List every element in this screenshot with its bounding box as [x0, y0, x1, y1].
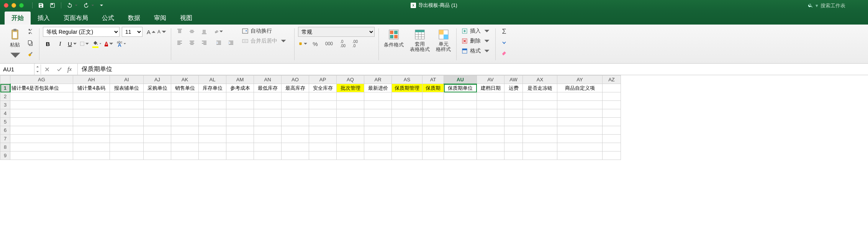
cell[interactable]	[557, 151, 603, 160]
cell[interactable]	[523, 143, 557, 151]
cell[interactable]	[444, 92, 477, 101]
orientation-button[interactable]: ab	[214, 27, 224, 36]
decrease-font-button[interactable]: A	[157, 27, 167, 36]
row-header[interactable]: 4	[0, 109, 10, 118]
cell[interactable]	[144, 109, 171, 118]
format-painter-button[interactable]	[25, 50, 35, 59]
borders-button[interactable]	[80, 39, 90, 48]
cell[interactable]	[504, 101, 523, 109]
font-name-select[interactable]: 等线 Regular (正文)	[43, 27, 120, 37]
cell[interactable]	[444, 151, 477, 160]
cell[interactable]: 安全库存	[309, 84, 337, 92]
cell[interactable]	[171, 109, 199, 118]
cell[interactable]	[144, 101, 171, 109]
cell[interactable]	[603, 126, 621, 135]
cell[interactable]	[423, 151, 444, 160]
insert-function-button[interactable]: fx	[66, 64, 78, 75]
cell[interactable]	[144, 92, 171, 101]
tab-data[interactable]: 数据	[121, 12, 147, 25]
cell[interactable]	[73, 118, 110, 126]
cell[interactable]	[603, 101, 621, 109]
column-header[interactable]: AP	[309, 76, 337, 84]
cell[interactable]	[171, 101, 199, 109]
cell[interactable]	[10, 151, 73, 160]
cell[interactable]	[477, 101, 504, 109]
row-header[interactable]: 1	[0, 84, 10, 92]
align-bottom-button[interactable]	[199, 27, 209, 36]
undo-button[interactable]	[67, 2, 78, 8]
cell[interactable]	[144, 151, 171, 160]
cell[interactable]	[392, 92, 423, 101]
cell[interactable]	[557, 92, 603, 101]
close-window[interactable]	[4, 3, 8, 8]
cell[interactable]	[603, 151, 621, 160]
cell[interactable]	[423, 118, 444, 126]
cell[interactable]	[171, 92, 199, 101]
cell[interactable]	[444, 101, 477, 109]
cell[interactable]	[309, 126, 337, 135]
cell[interactable]	[199, 92, 226, 101]
cell[interactable]	[337, 109, 364, 118]
cell[interactable]	[557, 101, 603, 109]
cell[interactable]	[10, 101, 73, 109]
column-header[interactable]: AR	[364, 76, 392, 84]
cell[interactable]	[423, 135, 444, 143]
tab-formulas[interactable]: 公式	[95, 12, 121, 25]
cell[interactable]	[171, 143, 199, 151]
column-header[interactable]: AV	[477, 76, 504, 84]
bold-button[interactable]: B	[43, 39, 53, 48]
conditional-format-button[interactable]: 条件格式	[382, 27, 405, 52]
cell[interactable]	[10, 126, 73, 135]
cell[interactable]	[504, 118, 523, 126]
row-header[interactable]: 3	[0, 101, 10, 109]
percent-button[interactable]: %	[310, 39, 320, 48]
cell[interactable]	[171, 151, 199, 160]
cell[interactable]	[557, 126, 603, 135]
cell[interactable]: 商品自定义项	[557, 84, 603, 92]
cell[interactable]	[73, 101, 110, 109]
cell[interactable]	[337, 151, 364, 160]
cell[interactable]	[226, 118, 254, 126]
formula-input[interactable]	[78, 64, 868, 75]
column-header[interactable]: AW	[504, 76, 523, 84]
cell[interactable]	[309, 118, 337, 126]
paste-button[interactable]: 粘贴	[7, 27, 23, 62]
cell[interactable]	[523, 126, 557, 135]
column-header[interactable]: AN	[254, 76, 282, 84]
column-header[interactable]: AK	[171, 76, 199, 84]
cell[interactable]	[282, 143, 309, 151]
cell[interactable]	[254, 151, 282, 160]
increase-font-button[interactable]: A	[146, 27, 156, 36]
cell[interactable]	[199, 118, 226, 126]
cell[interactable]	[110, 151, 144, 160]
cell[interactable]	[110, 118, 144, 126]
cell[interactable]	[423, 101, 444, 109]
cell[interactable]	[477, 118, 504, 126]
cell[interactable]: 最低库存	[254, 84, 282, 92]
cell[interactable]: 参考成本	[226, 84, 254, 92]
zoom-window[interactable]	[19, 3, 24, 8]
cell[interactable]	[477, 109, 504, 118]
column-header[interactable]: AH	[73, 76, 110, 84]
cell[interactable]: 最高库存	[282, 84, 309, 92]
insert-cells-button[interactable]: 插入	[460, 27, 491, 35]
column-header[interactable]: AI	[110, 76, 144, 84]
cell[interactable]	[364, 118, 392, 126]
cell[interactable]	[282, 92, 309, 101]
cancel-formula-button[interactable]	[41, 64, 53, 75]
cell[interactable]	[504, 151, 523, 160]
cell[interactable]	[392, 109, 423, 118]
cell[interactable]	[10, 143, 73, 151]
cell[interactable]	[603, 92, 621, 101]
cell[interactable]	[364, 143, 392, 151]
cell[interactable]	[477, 135, 504, 143]
format-as-table-button[interactable]: 套用 表格格式	[408, 27, 431, 52]
tab-review[interactable]: 审阅	[147, 12, 173, 25]
fill-color-button[interactable]	[92, 39, 102, 48]
cell[interactable]	[477, 92, 504, 101]
column-header[interactable]: AY	[557, 76, 603, 84]
copy-button[interactable]	[25, 38, 35, 48]
cut-button[interactable]	[25, 27, 35, 36]
cell[interactable]	[444, 143, 477, 151]
column-header[interactable]: AX	[523, 76, 557, 84]
